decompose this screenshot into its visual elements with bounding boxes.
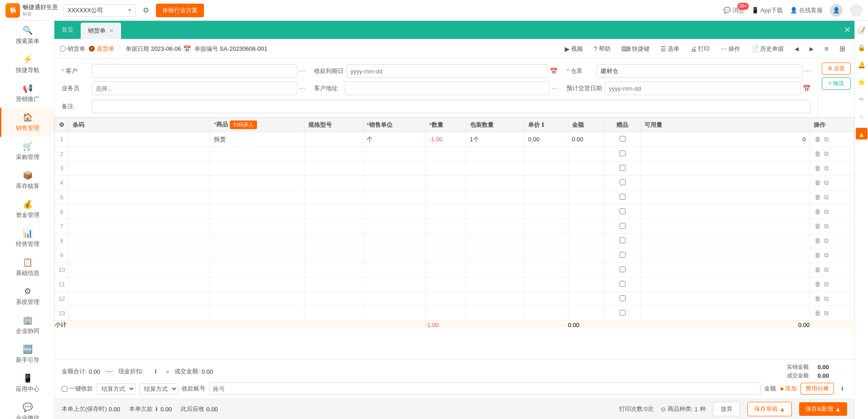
row-delete-button[interactable]: 🗑 [814, 237, 822, 244]
cell-qty[interactable] [425, 190, 466, 205]
add-payment-button[interactable]: ● 添加 [780, 385, 797, 393]
cell-price[interactable] [524, 277, 568, 292]
cell-qty[interactable] [425, 263, 466, 277]
cell-price[interactable] [524, 147, 568, 161]
cell-qty[interactable] [425, 248, 466, 263]
cell-spec[interactable] [305, 147, 363, 161]
payment-method-select[interactable]: 结算方式 [97, 383, 136, 395]
account-input[interactable] [209, 382, 761, 395]
cell-spec[interactable] [305, 234, 363, 248]
cell-spec[interactable] [305, 190, 363, 205]
cell-gift[interactable] [604, 306, 640, 321]
row-copy-button[interactable]: ⧉ [823, 266, 829, 274]
help-button[interactable]: ? 帮助 [590, 43, 614, 55]
address-dots-button[interactable]: ··· [552, 84, 558, 92]
cell-barcode[interactable] [69, 132, 210, 147]
row-copy-button[interactable]: ⧉ [823, 164, 829, 172]
cell-barcode[interactable] [69, 161, 210, 176]
cell-gift[interactable] [604, 161, 640, 176]
cell-gift[interactable] [604, 263, 640, 277]
cell-spec[interactable] [305, 292, 363, 306]
row-copy-button[interactable]: ⧉ [823, 135, 829, 143]
right-panel-hot-icon[interactable]: 🔥 [856, 128, 868, 140]
cell-gift[interactable] [604, 190, 640, 205]
cell-barcode[interactable] [69, 248, 210, 263]
sidebar-item-apps[interactable]: 📱 应用中心 [0, 369, 54, 398]
cell-price[interactable]: 0.00 [524, 132, 568, 147]
sidebar-item-purchase[interactable]: 🛒 采购管理 [0, 137, 54, 166]
cell-qty[interactable] [425, 147, 466, 161]
customer-dots-button[interactable]: ··· [299, 67, 305, 75]
row-delete-button[interactable]: 🗑 [814, 280, 822, 288]
sidebar-item-operations[interactable]: 📊 经营管理 [0, 224, 54, 253]
discard-button[interactable]: 放弃 [713, 402, 740, 416]
messages-button[interactable]: 💬 消息 99+ [723, 6, 744, 14]
cell-barcode[interactable] [69, 277, 210, 292]
cell-qty[interactable] [425, 205, 466, 219]
notes-input[interactable] [92, 100, 810, 113]
cell-barcode[interactable] [69, 190, 210, 205]
cell-price[interactable] [524, 292, 568, 306]
cell-product[interactable] [210, 147, 304, 161]
company-selector[interactable]: XXXXXX公司 ▼ [63, 4, 136, 17]
cell-price[interactable] [524, 161, 568, 176]
row-copy-button[interactable]: ⧉ [823, 150, 829, 158]
cell-qty[interactable] [425, 306, 466, 321]
select-button[interactable]: ☰ 选单 [657, 43, 683, 55]
calc-help-button[interactable]: ℹ [151, 366, 160, 376]
row-copy-button[interactable]: ⧉ [823, 280, 829, 288]
cell-product[interactable] [210, 205, 304, 219]
row-copy-button[interactable]: ⧉ [823, 193, 829, 201]
cell-gift[interactable] [604, 234, 640, 248]
warehouse-input[interactable] [596, 64, 802, 78]
right-panel-fav-icon[interactable]: ☆ [856, 111, 868, 122]
payment-due-calendar-button[interactable]: 📅 [550, 67, 558, 75]
tab-home[interactable]: 首页 [54, 21, 81, 39]
cell-barcode[interactable] [69, 147, 210, 161]
cell-price[interactable] [524, 263, 568, 277]
customer-address-input[interactable] [344, 82, 550, 95]
cell-spec[interactable] [305, 132, 363, 147]
cell-gift[interactable] [604, 147, 640, 161]
cell-qty[interactable] [425, 292, 466, 306]
row-delete-button[interactable]: 🗑 [814, 295, 822, 302]
scan-button[interactable]: 扫码录入 [230, 120, 257, 129]
avatar2[interactable] [850, 4, 863, 17]
customer-input[interactable] [92, 64, 297, 78]
cell-spec[interactable] [305, 263, 363, 277]
list-view-button[interactable]: ≡ [821, 43, 832, 55]
row-delete-button[interactable]: 🗑 [814, 150, 822, 157]
cell-product[interactable] [210, 306, 304, 321]
cell-spec[interactable] [305, 219, 363, 234]
cell-product[interactable] [210, 190, 304, 205]
payment-due-input[interactable] [346, 64, 548, 78]
cell-product[interactable] [210, 292, 304, 306]
row-delete-button[interactable]: 🗑 [814, 179, 822, 186]
cell-spec[interactable] [305, 176, 363, 190]
logistics-button[interactable]: + 物流 [822, 77, 851, 90]
cell-price[interactable] [524, 190, 568, 205]
row-delete-button[interactable]: 🗑 [814, 222, 822, 230]
row-copy-button[interactable]: ⧉ [823, 179, 829, 187]
video-button[interactable]: ▶ 视频 [561, 43, 587, 55]
sidebar-item-finance[interactable]: 💰 资金管理 [0, 195, 54, 224]
row-copy-button[interactable]: ⧉ [823, 295, 829, 303]
sidebar-item-wechat[interactable]: 💬 企业微信 [0, 398, 54, 419]
cell-qty[interactable] [425, 161, 466, 176]
cell-product[interactable] [210, 161, 304, 176]
tab-close-all[interactable]: ✕ [844, 21, 854, 39]
one-click-payment-checkbox[interactable]: 一键收款 [62, 385, 93, 393]
cell-barcode[interactable] [69, 205, 210, 219]
cell-gift[interactable] [604, 292, 640, 306]
sidebar-item-inventory[interactable]: 📦 库存核算 [0, 166, 54, 195]
cell-gift[interactable] [604, 277, 640, 292]
cell-product[interactable] [210, 277, 304, 292]
cell-barcode[interactable] [69, 219, 210, 234]
cell-product[interactable] [210, 219, 304, 234]
cell-gift[interactable] [604, 219, 640, 234]
cell-qty[interactable] [425, 277, 466, 292]
shortcut-button[interactable]: ⌨ 快捷键 [618, 43, 653, 55]
sidebar-item-guide[interactable]: 🆕 新手引导 [0, 340, 54, 369]
row-delete-button[interactable]: 🗑 [814, 164, 822, 172]
trial-button[interactable]: 体验行业方案 [156, 4, 204, 17]
